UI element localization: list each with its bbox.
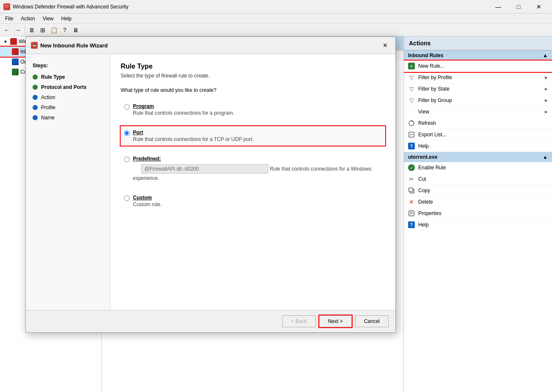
action-new-rule-label: New Rule... xyxy=(418,63,444,69)
dialog-title-left: 🧙 New Inbound Rule Wizard xyxy=(31,42,108,49)
dialog-body: Steps: Rule Type Protocol and Ports Acti… xyxy=(26,54,395,310)
help-icon-shape: ? xyxy=(408,143,415,149)
toolbar-export[interactable]: 📋 xyxy=(49,25,59,35)
actions-section-inbound[interactable]: Inbound Rules ▲ xyxy=(404,50,552,61)
action-filter-profile-label: Filter by Profile xyxy=(418,75,452,80)
toolbar-help[interactable]: ? xyxy=(60,25,70,35)
dialog-section-subtitle: Select the type of firewall rule to crea… xyxy=(121,73,385,79)
action-help-inbound[interactable]: ? Help xyxy=(404,141,552,152)
action-help-inbound-label: Help xyxy=(418,143,429,149)
option-port[interactable]: Port Rule that controls connections for … xyxy=(121,126,385,146)
option-predefined[interactable]: Predefined: Rule that controls connectio… xyxy=(121,152,385,185)
action-cut[interactable]: ✂ Cut xyxy=(404,174,552,185)
step-profile[interactable]: Profile xyxy=(26,102,110,113)
actions-section-utorrent[interactable]: utorrent.exe ▲ xyxy=(404,152,552,162)
action-export[interactable]: Export List... xyxy=(404,129,552,141)
dialog-wizard: 🧙 New Inbound Rule Wizard ✕ Steps: Rule … xyxy=(25,36,396,333)
dialog-footer: < Back Next > Cancel xyxy=(26,310,395,332)
action-filter-group[interactable]: ▽ Filter by Group xyxy=(404,95,552,106)
option-program[interactable]: Program Rule that controls connections f… xyxy=(121,100,385,119)
radio-program[interactable] xyxy=(124,104,130,110)
radio-predefined[interactable] xyxy=(124,157,130,162)
cancel-button[interactable]: Cancel xyxy=(355,315,389,327)
actions-section-inbound-label: Inbound Rules xyxy=(408,52,443,58)
action-filter-state-label: Filter by State xyxy=(418,86,450,92)
title-bar-left: 🛡 Windows Defender Firewall with Advance… xyxy=(3,3,128,10)
action-properties-label: Properties xyxy=(418,210,442,216)
actions-section-utorrent-arrow: ▲ xyxy=(543,154,548,160)
radio-port[interactable] xyxy=(124,130,130,136)
action-delete[interactable]: ✕ Delete xyxy=(404,196,552,208)
new-rule-icon: + xyxy=(408,63,415,69)
step-action[interactable]: Action xyxy=(26,92,110,102)
action-properties[interactable]: Properties xyxy=(404,208,552,219)
action-help-utorrent[interactable]: ? Help xyxy=(404,219,552,231)
title-bar-controls: — □ ✕ xyxy=(489,0,549,14)
action-enable-rule-label: Enable Rule xyxy=(418,165,446,171)
menu-help[interactable]: Help xyxy=(58,15,75,22)
security-icon xyxy=(12,69,19,75)
option-custom[interactable]: Custom Custom rule. xyxy=(121,191,385,211)
step-name[interactable]: Name xyxy=(26,113,110,123)
step-dot-action xyxy=(33,95,38,100)
firewall-icon xyxy=(10,38,17,45)
step-dot-name xyxy=(33,115,38,120)
toolbar-snap[interactable]: ⊞ xyxy=(38,25,48,35)
predefined-input[interactable] xyxy=(141,164,268,174)
dialog-wizard-icon: 🧙 xyxy=(31,42,38,49)
toolbar-view[interactable]: 🖥 xyxy=(71,25,81,35)
right-panel: Actions Inbound Rules ▲ + New Rule... ▽ … xyxy=(404,36,552,392)
toolbar-open[interactable]: 🗎 xyxy=(27,25,37,35)
action-refresh-label: Refresh xyxy=(418,120,436,126)
option-predefined-label: Predefined: Rule that controls connectio… xyxy=(133,156,382,181)
help-utorrent-icon: ? xyxy=(408,221,415,228)
option-custom-title: Custom xyxy=(133,195,162,201)
action-filter-state[interactable]: ▽ Filter by State xyxy=(404,83,552,95)
export-icon xyxy=(408,131,415,138)
next-button[interactable]: Next > xyxy=(319,315,352,327)
toolbar-back[interactable]: ← xyxy=(2,25,12,35)
filter-state-icon: ▽ xyxy=(408,86,415,92)
step-rule-type[interactable]: Rule Type xyxy=(26,72,110,82)
filter-profile-icon: ▽ xyxy=(408,74,415,81)
actions-section-inbound-arrow: ▲ xyxy=(543,52,548,58)
dialog-content: Rule Type Select the type of firewall ru… xyxy=(110,54,395,310)
toolbar-forward[interactable]: → xyxy=(13,25,23,35)
option-program-title: Program xyxy=(133,103,234,109)
option-program-desc: Rule that controls connections for a pro… xyxy=(133,110,234,116)
help-icon-shape-2: ? xyxy=(408,221,415,228)
action-filter-profile[interactable]: ▽ Filter by Profile xyxy=(404,72,552,83)
new-rule-icon-shape: + xyxy=(408,63,415,69)
option-custom-desc: Custom rule. xyxy=(133,202,162,207)
steps-title: Steps: xyxy=(26,61,110,72)
dialog-close-button[interactable]: ✕ xyxy=(380,40,390,50)
toolbar: ← → 🗎 ⊞ 📋 ? 🖥 xyxy=(0,24,552,36)
inbound-icon xyxy=(12,48,19,55)
back-button[interactable]: < Back xyxy=(282,315,316,327)
dialog-section-title: Rule Type xyxy=(121,63,385,70)
step-dot-profile xyxy=(33,105,38,110)
action-enable-rule[interactable]: ✓ Enable Rule xyxy=(404,162,552,174)
menu-action[interactable]: Action xyxy=(17,15,38,22)
option-predefined-title: Predefined: xyxy=(133,156,382,162)
option-port-desc: Rule that controls connections for a TCP… xyxy=(133,136,254,142)
action-new-rule[interactable]: + New Rule... xyxy=(404,61,552,72)
step-protocol[interactable]: Protocol and Ports xyxy=(26,82,110,92)
action-cut-label: Cut xyxy=(418,176,426,182)
option-port-label: Port Rule that controls connections for … xyxy=(133,130,254,142)
menu-view[interactable]: View xyxy=(39,15,57,22)
option-port-title: Port xyxy=(133,130,254,135)
menu-file[interactable]: File xyxy=(2,15,17,22)
action-refresh[interactable]: Refresh xyxy=(404,118,552,129)
step-dot-protocol xyxy=(33,85,38,90)
action-delete-label: Delete xyxy=(418,199,433,205)
minimize-button[interactable]: — xyxy=(489,0,508,14)
action-view[interactable]: View xyxy=(404,106,552,118)
action-copy[interactable]: Copy xyxy=(404,185,552,196)
maximize-button[interactable]: □ xyxy=(509,0,528,14)
radio-custom[interactable] xyxy=(124,196,130,201)
properties-icon xyxy=(408,210,415,217)
close-button[interactable]: ✕ xyxy=(529,0,549,14)
actions-section-utorrent-label: utorrent.exe xyxy=(408,154,437,160)
dialog-question: What type of rule would you like to crea… xyxy=(121,87,385,93)
